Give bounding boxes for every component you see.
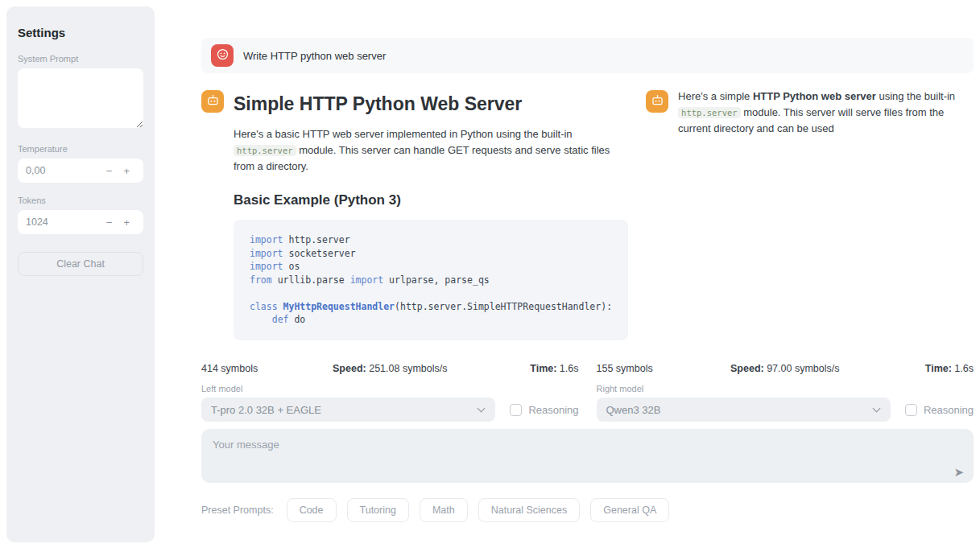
selected-model: T-pro 2.0 32B + EAGLE: [211, 404, 472, 416]
tokens-label: Tokens: [18, 196, 143, 205]
left-assistant-avatar: [201, 90, 224, 113]
smiley-face-icon: [215, 47, 230, 65]
speed-stat: Speed: 97.00 symbols/s: [707, 363, 862, 374]
preset-prompts-row: Preset Prompts: Code Tutoring Math Natur…: [201, 498, 974, 522]
preset-tutoring-button[interactable]: Tutoring: [347, 498, 409, 522]
bold-text: HTTP Python web server: [753, 90, 876, 102]
right-model-panel: 155 symbols Speed: 97.00 symbols/s Time:…: [597, 363, 974, 422]
reasoning-checkbox[interactable]: [905, 404, 917, 416]
tokens-stepper: − +: [18, 210, 143, 234]
selected-model: Qwen3 32B: [606, 404, 867, 416]
temperature-stepper: − +: [18, 159, 143, 183]
preset-natural-sciences-button[interactable]: Natural Sciences: [478, 498, 581, 522]
python-code-block[interactable]: import http.serverimport socketserverimp…: [234, 220, 628, 340]
robot-icon: [650, 93, 665, 111]
left-response-title: Simple HTTP Python Web Server: [234, 93, 628, 115]
user-message: Write HTTP python web server: [201, 38, 974, 73]
left-response: Simple HTTP Python Web Server Here's a b…: [201, 89, 628, 363]
preset-math-button[interactable]: Math: [420, 498, 468, 522]
time-value: 1.6s: [952, 363, 974, 374]
response-text: using the built-in: [876, 90, 955, 102]
settings-sidebar: Settings System Prompt Temperature − + T…: [6, 6, 155, 542]
chevron-down-icon: [872, 405, 880, 413]
send-icon: ➤: [953, 465, 964, 479]
temperature-increment-button[interactable]: +: [118, 166, 135, 176]
intro-text: Here's a basic HTTP web server implement…: [234, 128, 573, 140]
reasoning-label: Reasoning: [924, 404, 974, 416]
left-response-body: Simple HTTP Python Web Server Here's a b…: [234, 89, 628, 340]
time-stat: Time: 1.6s: [862, 363, 974, 374]
symbols-count: 414 symbols: [201, 363, 312, 374]
message-input[interactable]: [201, 429, 974, 483]
responses-row: Simple HTTP Python Web Server Here's a b…: [201, 89, 974, 363]
right-stats: 155 symbols Speed: 97.00 symbols/s Time:…: [597, 363, 974, 374]
speed-value: 251.08 symbols/s: [366, 363, 448, 374]
left-model-label: Left model: [201, 384, 579, 393]
right-response-body: Here's a simple HTTP Python web server u…: [678, 89, 974, 137]
clear-chat-button[interactable]: Clear Chat: [18, 252, 143, 276]
inline-code: http.server: [678, 107, 741, 118]
left-stats: 414 symbols Speed: 251.08 symbols/s Time…: [201, 363, 579, 374]
system-prompt-input[interactable]: [18, 68, 143, 128]
speed-label: Speed:: [333, 363, 366, 374]
time-label: Time:: [925, 363, 952, 374]
right-assistant-avatar: [646, 90, 668, 113]
left-section-heading: Basic Example (Python 3): [234, 192, 628, 208]
temperature-label: Temperature: [18, 144, 143, 154]
reasoning-checkbox[interactable]: [510, 404, 522, 416]
speed-label: Speed:: [730, 363, 764, 374]
tokens-decrement-button[interactable]: −: [101, 217, 118, 228]
tokens-increment-button[interactable]: +: [118, 217, 135, 228]
system-prompt-label: System Prompt: [18, 54, 143, 64]
preset-code-button[interactable]: Code: [287, 498, 337, 522]
send-button[interactable]: ➤: [953, 466, 964, 478]
inline-code: http.server: [234, 145, 296, 156]
time-label: Time:: [530, 363, 556, 374]
right-model-select[interactable]: Qwen3 32B: [597, 398, 891, 422]
left-model-panel: 414 symbols Speed: 251.08 symbols/s Time…: [201, 363, 579, 422]
right-response: Here's a simple HTTP Python web server u…: [646, 89, 974, 363]
speed-value: 97.00 symbols/s: [764, 363, 840, 374]
speed-stat: Speed: 251.08 symbols/s: [312, 363, 468, 374]
time-value: 1.6s: [556, 363, 578, 374]
response-text: Here's a simple: [678, 90, 753, 102]
preset-general-qa-button[interactable]: General QA: [590, 498, 669, 522]
left-model-select[interactable]: T-pro 2.0 32B + EAGLE: [201, 398, 495, 422]
temperature-input[interactable]: [26, 165, 101, 176]
time-stat: Time: 1.6s: [468, 363, 579, 374]
left-model-row: T-pro 2.0 32B + EAGLE Reasoning: [201, 398, 579, 422]
chat-main: Write HTTP python web server Simple HTTP…: [155, 0, 980, 548]
settings-title: Settings: [18, 26, 143, 39]
model-panels-row: 414 symbols Speed: 251.08 symbols/s Time…: [201, 363, 974, 422]
symbols-count: 155 symbols: [597, 363, 708, 374]
robot-icon: [205, 93, 221, 111]
user-message-text: Write HTTP python web server: [243, 50, 386, 62]
left-response-intro: Here's a basic HTTP web server implement…: [234, 126, 628, 175]
reasoning-label: Reasoning: [528, 404, 578, 416]
right-response-text: Here's a simple HTTP Python web server u…: [678, 89, 974, 137]
user-avatar: [211, 44, 234, 67]
right-model-row: Qwen3 32B Reasoning: [597, 398, 974, 422]
preset-prompts-label: Preset Prompts:: [201, 505, 274, 516]
left-reasoning-toggle[interactable]: Reasoning: [510, 404, 578, 416]
chevron-down-icon: [478, 405, 486, 413]
temperature-decrement-button[interactable]: −: [101, 166, 118, 176]
right-reasoning-toggle[interactable]: Reasoning: [905, 404, 974, 416]
right-model-label: Right model: [597, 384, 974, 393]
tokens-input[interactable]: [26, 216, 101, 228]
message-composer: ➤: [201, 429, 974, 486]
